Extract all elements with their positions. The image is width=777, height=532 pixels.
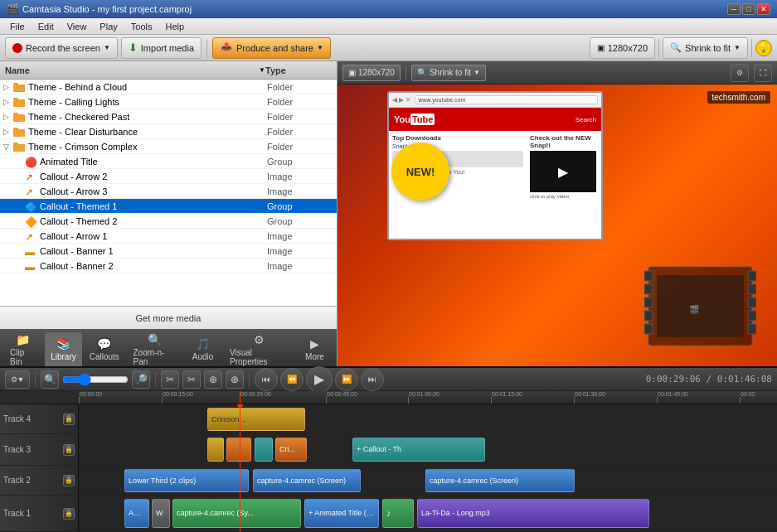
timeline-zoom-slider[interactable] <box>62 374 129 385</box>
clip[interactable]: capture-4.camrec (Sy... <box>172 499 301 527</box>
toolbar-right: ▣ 1280x720 🔍 Shrink to fit ▼ 💡 <box>590 37 772 59</box>
clip[interactable]: Anim <box>124 499 149 527</box>
clip[interactable]: ♪ <box>382 499 414 527</box>
minimize-button[interactable]: ─ <box>727 3 741 15</box>
sort-arrow-icon: ▼ <box>259 66 265 74</box>
play-pause-button[interactable]: ▶ <box>306 366 333 393</box>
tl-undo-button[interactable]: ✂ <box>161 370 179 389</box>
film-strip-decoration: 🎬 <box>644 263 756 350</box>
list-item[interactable]: ▷ Theme - Calling Lights Folder <box>0 94 337 109</box>
title-bar-title: 🎬 Camtasia Studio - my first project.cam… <box>7 3 192 15</box>
tab-audio[interactable]: 🎵 Audio <box>184 332 221 366</box>
resolution-icon: ▣ <box>348 68 356 77</box>
panel-header: Name ▼ Type <box>0 61 337 80</box>
tab-clip-bin[interactable]: 📁 Clip Bin <box>3 332 43 366</box>
clip[interactable] <box>255 438 273 462</box>
menu-file[interactable]: File <box>3 20 32 33</box>
import-media-button[interactable]: ⬇ Import media <box>121 37 202 59</box>
preview-resolution-button[interactable]: ▣ 1280x720 <box>342 65 401 81</box>
list-item[interactable]: ▽ Theme - Crimson Complex Folder <box>0 139 337 154</box>
svg-rect-3 <box>13 98 18 100</box>
clip[interactable]: W <box>152 499 170 527</box>
preview-settings-button[interactable]: ⚙ <box>731 64 749 82</box>
list-item[interactable]: ▷ Theme - Checkered Past Folder <box>0 109 337 124</box>
clip[interactable] <box>207 438 224 462</box>
list-item[interactable]: ↗ Callout - Arrow 2 Image <box>0 169 337 184</box>
tab-callouts[interactable]: 💬 Callouts <box>84 332 125 366</box>
list-item[interactable]: ↗ Callout - Arrow 1 Image <box>0 229 337 244</box>
tl-cut-button[interactable]: ✂ <box>182 370 201 389</box>
list-item[interactable]: ▷ Theme - Behind a Cloud Folder <box>0 80 337 94</box>
list-item[interactable]: 🔴 Animated Title Group <box>0 154 337 169</box>
track2-content: Lower Third (2 clips) capture-4.camrec (… <box>79 466 777 496</box>
track4-lock-button[interactable]: 🔒 <box>63 414 75 425</box>
get-more-button[interactable]: Get more media <box>0 306 337 329</box>
timeline-ruler: 00:00:00 00:00:15;00 00:00:29;06 00:00:4… <box>79 391 777 404</box>
clip[interactable]: Cri... <box>275 438 307 462</box>
timeline-content: 00:00:00 00:00:15;00 00:00:29;06 00:00:4… <box>79 391 777 532</box>
tl-search-icon: 🔍 <box>41 370 59 389</box>
menu-help[interactable]: Help <box>158 20 191 33</box>
list-item[interactable]: ↗ Callout - Arrow 3 Image <box>0 184 337 199</box>
title-bar: 🎬 Camtasia Studio - my first project.cam… <box>0 0 777 18</box>
clip[interactable]: + Callout - Th <box>352 438 485 462</box>
fit-arrow-icon: ▼ <box>473 69 480 76</box>
list-item[interactable]: ▬ Callout - Banner 2 Image <box>0 259 337 273</box>
menu-view[interactable]: View <box>61 20 94 33</box>
track2-lock-button[interactable]: 🔒 <box>63 475 75 486</box>
track3-header: Track 3 🔒 <box>0 434 79 466</box>
clip[interactable]: capture-4.camrec (Screen) <box>253 469 361 492</box>
clip[interactable]: capture-4.camrec (Screen) <box>425 469 575 492</box>
tab-zoom-n-pan[interactable]: 🔍 Zoom-n-Pan <box>126 332 182 366</box>
resolution-button[interactable]: ▣ 1280x720 <box>590 37 655 59</box>
magnify-icon: 🔍 <box>417 68 427 77</box>
tl-paste-button[interactable]: ⊕ <box>226 370 244 389</box>
track3-content: Cri... + Callout - Th <box>79 434 777 466</box>
clip[interactable]: Crimson... <box>207 408 305 431</box>
tl-search-button[interactable]: 🔎 <box>132 370 150 389</box>
ruler-spacer <box>0 391 79 404</box>
list-item-selected[interactable]: 🔷 Callout - Themed 1 Group <box>0 199 337 214</box>
goto-end-button[interactable]: ⏭ <box>361 368 384 391</box>
preview-fullscreen-button[interactable]: ⛶ <box>754 64 772 82</box>
track1-lock-button[interactable]: 🔒 <box>63 508 75 520</box>
goto-start-button[interactable]: ⏮ <box>255 368 278 391</box>
main-toolbar: Record the screen ▼ ⬇ Import media 📤 Pro… <box>0 35 777 61</box>
tab-visual-properties[interactable]: ⚙ Visual Properties <box>223 332 294 366</box>
track4-content: Crimson... <box>79 404 777 434</box>
track1-header: Track 1 🔒 <box>0 496 79 532</box>
folder-icon <box>13 142 25 152</box>
svg-rect-18 <box>748 297 756 307</box>
folder-icon <box>13 127 25 137</box>
tab-more[interactable]: ▶ More <box>296 332 333 366</box>
list-item[interactable]: 🔶 Callout - Themed 2 Group <box>0 214 337 229</box>
preview-fit-button[interactable]: 🔍 Shrink to fit ▼ <box>411 65 486 81</box>
maximize-button[interactable]: □ <box>742 3 755 15</box>
track2-header: Track 2 🔒 <box>0 466 79 496</box>
fast-forward-button[interactable]: ⏩ <box>335 368 358 391</box>
menu-play[interactable]: Play <box>93 20 124 33</box>
svg-rect-20 <box>748 324 756 334</box>
svg-rect-6 <box>13 129 25 137</box>
record-button[interactable]: Record the screen ▼ <box>5 37 118 59</box>
clip[interactable]: + Animated Title (2 c... <box>304 499 379 527</box>
record-icon <box>12 43 22 53</box>
timeline-settings-button[interactable]: ⚙▼ <box>5 370 30 389</box>
tab-library[interactable]: 📚 Library <box>45 332 82 366</box>
tl-copy-button[interactable]: ⊕ <box>204 370 222 389</box>
menu-edit[interactable]: Edit <box>32 20 61 33</box>
close-button[interactable]: ✕ <box>757 3 770 15</box>
list-item[interactable]: ▷ Theme - Clear Disturbance Folder <box>0 124 337 139</box>
produce-button[interactable]: 📤 Produce and share ▼ <box>212 37 331 59</box>
list-item[interactable]: ▬ Callout - Banner 1 Image <box>0 244 337 259</box>
fit-button[interactable]: 🔍 Shrink to fit ▼ <box>663 37 748 59</box>
clip[interactable]: La-Ti-Da - Long.mp3 <box>417 499 649 527</box>
menu-tools[interactable]: Tools <box>124 20 159 33</box>
rewind-button[interactable]: ⏪ <box>280 368 304 391</box>
svg-rect-14 <box>644 311 653 321</box>
track3-lock-button[interactable]: 🔒 <box>63 444 75 456</box>
preview-mock: 🎬 ◀ ▶ ✕ www.youtube.com YouTube <box>338 85 777 366</box>
clip[interactable] <box>226 438 251 462</box>
clip[interactable]: Lower Third (2 clips) <box>124 469 249 492</box>
preview-toolbar: ▣ 1280x720 🔍 Shrink to fit ▼ ⚙ ⛶ <box>338 61 777 85</box>
